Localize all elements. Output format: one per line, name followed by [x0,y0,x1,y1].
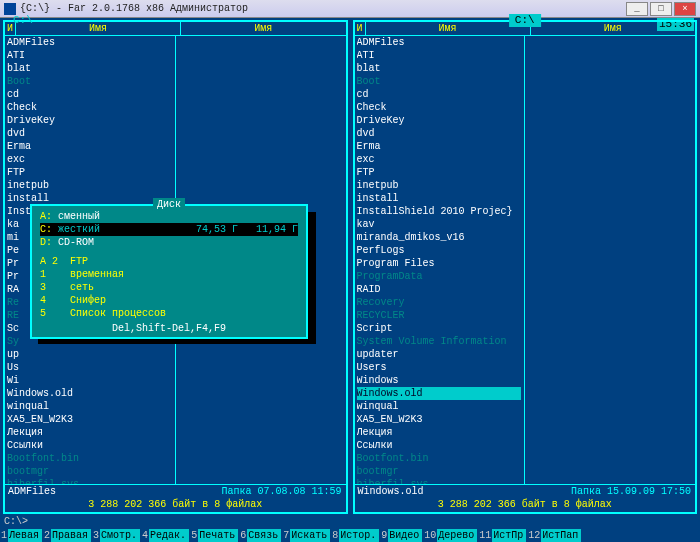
file-item[interactable]: cd [357,88,522,101]
minimize-button[interactable]: _ [626,2,648,16]
file-item[interactable]: install [357,192,522,205]
terminal: 15:36 C:\ И Имя Имя ADMFilesATIblatBootc… [0,18,700,542]
file-item[interactable]: XA5_EN_W2K3 [357,413,522,426]
fkey-8[interactable]: 8Истор. [331,528,380,542]
file-item[interactable]: inetpub [7,179,172,192]
history-list[interactable]: A 2 FTP 1 временная 3 сеть 4 Снифер 5 Сп… [40,255,298,320]
file-item[interactable]: Us [7,361,172,374]
history-row[interactable]: A 2 FTP [40,255,298,268]
file-item[interactable]: exc [7,153,172,166]
history-row[interactable]: 1 временная [40,268,298,281]
file-item[interactable]: cd [7,88,172,101]
file-item[interactable]: Windows.old [357,387,522,400]
right-body: ADMFilesATIblatBootcdCheckDriveKeydvdErm… [355,36,696,484]
file-item[interactable]: RECYCLER [357,309,522,322]
file-item[interactable]: PerfLogs [357,244,522,257]
right-file-column[interactable]: ADMFilesATIblatBootcdCheckDriveKeydvdErm… [355,36,526,484]
fkey-4[interactable]: 4Редак. [141,528,190,542]
file-item[interactable]: Check [7,101,172,114]
left-path: C:\ [13,14,33,27]
file-item[interactable]: ProgramData [357,270,522,283]
file-item[interactable]: bootmgr [7,465,172,478]
file-item[interactable]: miranda_dmikos_v16 [357,231,522,244]
file-item[interactable]: kav [357,218,522,231]
right-status-bytes: 3 288 202 366 байт в 8 файлах [358,498,693,511]
file-item[interactable]: Лекция [357,426,522,439]
file-item[interactable]: dvd [357,127,522,140]
history-row[interactable]: 3 сеть [40,281,298,294]
right-file-column-2[interactable] [525,36,695,484]
command-prompt[interactable]: C:\> [4,515,28,528]
file-item[interactable]: System Volume Information [357,335,522,348]
file-item[interactable]: Check [357,101,522,114]
history-row[interactable]: 5 Список процессов [40,307,298,320]
file-item[interactable]: FTP [7,166,172,179]
file-item[interactable]: DriveKey [7,114,172,127]
file-item[interactable]: Лекция [7,426,172,439]
file-item[interactable]: Script [357,322,522,335]
maximize-button[interactable]: □ [650,2,672,16]
file-item[interactable]: winqual [357,400,522,413]
file-item[interactable]: XA5_EN_W2K3 [7,413,172,426]
file-item[interactable]: Users [357,361,522,374]
fkey-7[interactable]: 7Искать [282,528,331,542]
file-item[interactable]: updater [357,348,522,361]
file-item[interactable]: Bootfont.bin [7,452,172,465]
left-status-name: ADMFiles [8,486,56,497]
fkey-1[interactable]: 1Левая [0,528,43,542]
file-item[interactable]: RAID [357,283,522,296]
history-row[interactable]: 4 Снифер [40,294,298,307]
drive-row[interactable]: D:CD-ROM [40,236,298,249]
fkey-10[interactable]: 10Дерево [423,528,478,542]
file-item[interactable]: exc [357,153,522,166]
fkey-3[interactable]: 3Смотр. [92,528,141,542]
file-item[interactable]: ATI [7,49,172,62]
right-status-name: Windows.old [358,486,424,497]
file-item[interactable]: inetpub [357,179,522,192]
drive-row[interactable]: C:жесткий74,53 Г11,94 Г [40,223,298,236]
drive-list[interactable]: A:сменныйC:жесткий74,53 Г11,94 ГD:CD-ROM [40,210,298,249]
fkey-2[interactable]: 2Правая [43,528,92,542]
file-item[interactable]: Ссылки [357,439,522,452]
drive-row[interactable]: A:сменный [40,210,298,223]
app-icon [4,3,16,15]
file-item[interactable]: ADMFiles [357,36,522,49]
file-item[interactable]: dvd [7,127,172,140]
file-item[interactable]: DriveKey [357,114,522,127]
right-panel[interactable]: C:\ И Имя Имя ADMFilesATIblatBootcdCheck… [353,20,698,514]
dialog-title: Диск [153,198,185,211]
close-button[interactable]: × [674,2,696,16]
file-item[interactable]: ATI [357,49,522,62]
left-status: ADMFiles Папка 07.08.08 11:59 3 288 202 … [5,484,346,512]
file-item[interactable]: Windows.old [7,387,172,400]
right-path: C:\ [509,14,541,27]
file-item[interactable]: winqual [7,400,172,413]
file-item[interactable]: bootmgr [357,465,522,478]
file-item[interactable]: ADMFiles [7,36,172,49]
window-titlebar: {C:\} - Far 2.0.1768 x86 Администратор _… [0,0,700,18]
file-item[interactable]: Bootfont.bin [357,452,522,465]
file-item[interactable]: blat [357,62,522,75]
file-item[interactable]: blat [7,62,172,75]
fkey-11[interactable]: 11ИстПр [478,528,527,542]
file-item[interactable]: Program Files [357,257,522,270]
right-status: Windows.old Папка 15.09.09 17:50 3 288 2… [355,484,696,512]
file-item[interactable]: Ссылки [7,439,172,452]
fkey-5[interactable]: 5Печать [190,528,239,542]
fkey-12[interactable]: 12ИстПап [527,528,582,542]
drive-dialog[interactable]: Диск A:сменныйC:жесткий74,53 Г11,94 ГD:C… [30,204,308,339]
file-item[interactable]: up [7,348,172,361]
file-item[interactable]: InstallShield 2010 Projec} [357,205,522,218]
file-item[interactable]: Windows [357,374,522,387]
left-columns-header: И Имя Имя [5,22,346,36]
file-item[interactable]: Boot [7,75,172,88]
file-item[interactable]: FTP [357,166,522,179]
file-item[interactable]: Erma [7,140,172,153]
file-item[interactable]: Wi [7,374,172,387]
file-item[interactable]: Recovery [357,296,522,309]
fkey-6[interactable]: 6Связь [239,528,282,542]
left-status-info: Папка 07.08.08 11:59 [221,485,341,498]
file-item[interactable]: Boot [357,75,522,88]
file-item[interactable]: Erma [357,140,522,153]
fkey-9[interactable]: 9Видео [380,528,423,542]
